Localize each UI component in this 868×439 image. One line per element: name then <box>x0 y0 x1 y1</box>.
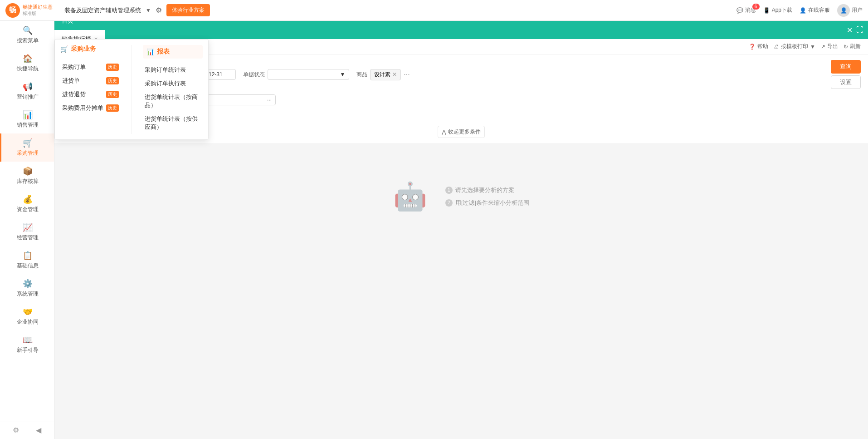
message-badge: 6 <box>752 4 760 10</box>
header-right: 💬 消息 6 📱 App下载 👤 在线客服 👤 用户 <box>736 4 863 17</box>
sidebar-icon-11: 📖 <box>23 335 33 345</box>
purchase-item-label-3: 采购费用分摊单 <box>62 104 103 112</box>
sidebar-item-采购管理[interactable]: 🛒采购管理 <box>0 133 54 162</box>
history-tag-2: 历史 <box>106 91 119 98</box>
notification-area[interactable]: 💬 消息 6 <box>736 6 756 14</box>
empty-state: 🤖 1 请先选择要分析的方案 2 用[过滤]条件来缩小分析范围 <box>54 144 868 249</box>
report-title: 📊 报表 <box>143 45 203 59</box>
sidebar-item-经营管理[interactable]: 📈经营管理 <box>0 218 54 246</box>
refresh-action[interactable]: ↻ 刷新 <box>844 43 861 50</box>
purchase-item-label-1: 进货单 <box>62 77 80 85</box>
sidebar-icon-3: 📊 <box>23 110 33 120</box>
collapse-conditions-btn[interactable]: ⋀ 收起更多条件 <box>438 126 485 138</box>
app-download-area[interactable]: 📱 App下载 <box>763 6 792 14</box>
purchase-item-1[interactable]: 进货单历史 <box>60 74 121 88</box>
empty-tip-1: 1 请先选择要分析的方案 <box>445 186 529 194</box>
goods-more-btn[interactable]: ··· <box>404 70 410 79</box>
sidebar-icon-10: 🤝 <box>23 307 33 317</box>
goods-tag[interactable]: 设计素 ✕ <box>370 69 401 80</box>
purchase-items: 采购订单历史进货单历史进货退货历史采购费用分摊单历史 <box>60 60 121 115</box>
collapse-btn[interactable]: ◀ <box>36 426 41 434</box>
sidebar-label-8: 基础信息 <box>17 262 39 270</box>
empty-illustration: 🤖 <box>393 180 427 212</box>
goods-label: 商品 <box>356 71 367 79</box>
sidebar-item-库存核算[interactable]: 📦库存核算 <box>0 162 54 190</box>
dropdown-overlay: 🛒 采购业务 采购订单历史进货单历史进货退货历史采购费用分摊单历史 📊 报表 采… <box>54 39 209 140</box>
export-action[interactable]: ↗ 导出 <box>821 43 838 50</box>
query-button[interactable]: 查询 <box>831 60 861 74</box>
logo-sub: 标准版 <box>23 10 53 17</box>
sidebar-icon-7: 📈 <box>23 222 33 232</box>
report-item-label-1: 采购订单执行表 <box>145 79 186 88</box>
purchase-item-2[interactable]: 进货退货历史 <box>60 88 121 101</box>
report-item-3[interactable]: 进货单统计表（按供应商） <box>143 112 203 134</box>
close-tab-btn[interactable]: ✕ <box>847 26 853 35</box>
dropdown-menu: 🛒 采购业务 采购订单历史进货单历史进货退货历史采购费用分摊单历史 📊 报表 采… <box>54 39 209 140</box>
purchase-item-label-0: 采购订单 <box>62 63 86 71</box>
top-header: 畅 畅捷通好生意 标准版 装备及固定资产辅助管理系统 ▼ ⚙ 体验行业方案 💬 … <box>0 0 868 21</box>
avatar: 👤 <box>837 4 850 17</box>
sidebar-item-基础信息[interactable]: 📋基础信息 <box>0 246 54 274</box>
system-dropdown-btn[interactable]: ▼ <box>146 7 151 14</box>
purchase-icon: 🛒 <box>60 45 68 53</box>
sidebar-icon-0: 🔍 <box>23 25 33 35</box>
sidebar-icon-1: 🏠 <box>23 54 33 64</box>
purchase-item-label-2: 进货退货 <box>62 90 86 99</box>
history-tag-1: 历史 <box>106 77 119 84</box>
logo-area: 畅 畅捷通好生意 标准版 <box>5 3 60 18</box>
report-item-2[interactable]: 进货单统计表（按商品） <box>143 90 203 112</box>
sidebar-item-搜索菜单[interactable]: 🔍搜索菜单 <box>0 21 54 49</box>
report-item-1[interactable]: 采购订单执行表 <box>143 77 203 90</box>
sidebar-bottom: ⚙ ◀ <box>0 421 54 439</box>
report-item-0[interactable]: 采购订单统计表 <box>143 63 203 77</box>
sidebar-label-11: 新手引导 <box>17 346 39 354</box>
help-icon: ❓ <box>749 44 756 50</box>
sidebar-label-5: 库存核算 <box>17 178 39 185</box>
col-divider <box>132 45 132 134</box>
sidebar-icon-4: 🛒 <box>23 138 33 148</box>
sidebar-label-10: 企业协同 <box>17 318 39 326</box>
settings-btn[interactable]: ⚙ <box>13 426 19 434</box>
sidebar-item-营销推广[interactable]: 📢营销推广 <box>0 77 54 105</box>
sidebar-item-企业协同[interactable]: 🤝企业协同 <box>0 302 54 330</box>
sidebar-item-资金管理[interactable]: 💰资金管理 <box>0 190 54 218</box>
app-download-label: App下载 <box>772 6 792 14</box>
user-label: 用户 <box>852 6 863 14</box>
sidebar-item-销售管理[interactable]: 📊销售管理 <box>0 105 54 133</box>
industry-btn[interactable]: 体验行业方案 <box>166 4 210 16</box>
tab-bar: 首页销售排行榜✕ ✕ ⛶ <box>54 21 868 39</box>
message-icon: 💬 <box>736 7 743 14</box>
print-action[interactable]: 🖨 按模板打印 ▼ <box>774 43 815 50</box>
system-title: 装备及固定资产辅助管理系统 <box>64 6 141 15</box>
status-select[interactable]: ▼ <box>268 69 349 80</box>
sidebar-icon-9: ⚙️ <box>23 279 33 289</box>
purchase-item-0[interactable]: 采购订单历史 <box>60 60 121 74</box>
goods-tag-close[interactable]: ✕ <box>392 71 397 78</box>
online-service-area[interactable]: 👤 在线客服 <box>800 6 830 14</box>
sidebar-item-新手引导[interactable]: 📖新手引导 <box>0 330 54 359</box>
sidebar-icon-8: 📋 <box>23 251 33 261</box>
user-area[interactable]: 👤 用户 <box>837 4 863 17</box>
sidebar-icon-6: 💰 <box>23 194 33 204</box>
sidebar-item-系统管理[interactable]: ⚙️系统管理 <box>0 274 54 302</box>
help-action[interactable]: ❓ 帮助 <box>749 43 768 50</box>
purchase-item-3[interactable]: 采购费用分摊单历史 <box>60 101 121 115</box>
setting-button[interactable]: 设置 <box>831 75 861 89</box>
refresh-icon: ↻ <box>844 44 848 50</box>
report-item-label-0: 采购订单统计表 <box>145 66 186 74</box>
history-tag-0: 历史 <box>106 64 119 71</box>
service-icon: 👤 <box>800 7 806 14</box>
sidebar-label-7: 经营管理 <box>17 234 39 242</box>
gear-btn[interactable]: ⚙ <box>156 6 162 15</box>
purchase-col: 🛒 采购业务 采购订单历史进货单历史进货退货历史采购费用分摊单历史 <box>60 45 121 134</box>
tab-bar-actions: ✕ ⛶ <box>847 26 863 35</box>
maximize-btn[interactable]: ⛶ <box>856 26 863 34</box>
report-item-label-2: 进货单统计表（按商品） <box>145 93 201 109</box>
logo-icon: 畅 <box>5 3 20 18</box>
sidebar-label-0: 搜索菜单 <box>17 37 39 44</box>
sidebar: 🔍搜索菜单🏠快捷导航📢营销推广📊销售管理🛒采购管理📦库存核算💰资金管理📈经营管理… <box>0 0 54 439</box>
header-center: 装备及固定资产辅助管理系统 ▼ ⚙ 体验行业方案 <box>60 4 736 16</box>
collapse-icon: ⋀ <box>442 129 446 135</box>
sidebar-item-快捷导航[interactable]: 🏠快捷导航 <box>0 49 54 77</box>
report-items: 采购订单统计表采购订单执行表进货单统计表（按商品）进货单统计表（按供应商） <box>143 63 203 134</box>
